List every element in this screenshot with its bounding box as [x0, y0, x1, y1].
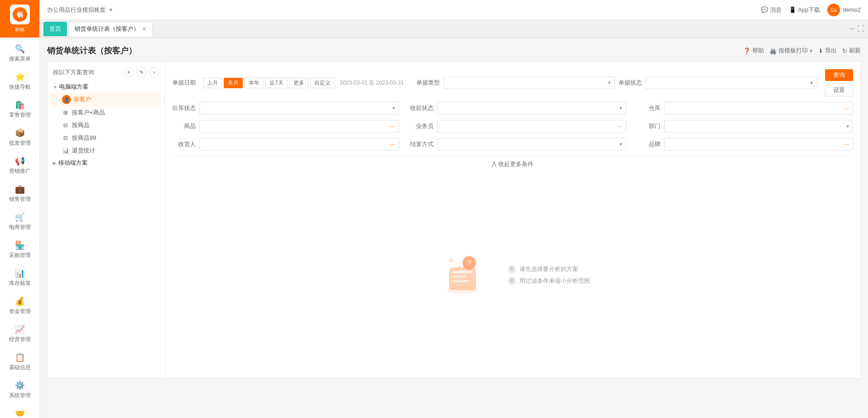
warehouse-select[interactable]: ···	[664, 102, 853, 114]
scheme-group-desktop-header[interactable]: ▼ 电脑端方案	[51, 81, 161, 93]
sidebar-item-search-menu[interactable]: 🔍 搜索菜单	[0, 39, 39, 67]
username: demo2	[843, 6, 861, 13]
sidebar-item-quick-nav[interactable]: ⭐ 快捷导航	[0, 67, 39, 95]
scheme-item-by-goods[interactable]: ⊟ 按商品	[51, 119, 161, 132]
receiver-select[interactable]: ···	[199, 138, 399, 151]
brand-select[interactable]: ···	[664, 138, 853, 151]
industry-dropdown-icon[interactable]: ▾	[109, 6, 113, 13]
sidebar-item-label: 库存核算	[9, 280, 31, 287]
scheme-item-return-stat[interactable]: 📊 退货统计	[51, 144, 161, 157]
date-btn-last-month[interactable]: 上月	[203, 78, 222, 88]
refresh-label: 刷新	[849, 47, 861, 55]
out-status-select[interactable]: ▾	[199, 102, 399, 114]
sidebar-item-label: 经营管理	[9, 336, 31, 343]
empty-hint-2: ② 用过滤条件来缩小分析范围	[508, 277, 590, 285]
salesman-select[interactable]: ···	[437, 120, 626, 133]
finance-icon: 💰	[15, 296, 25, 306]
sidebar-item-ecommerce[interactable]: 🛒 电商管理	[0, 208, 39, 236]
filter-and-results: 单据日期 上月 本月 本年 近7天 更多 自定义 2023-03-01 至 20…	[165, 62, 860, 378]
message-icon: 💬	[761, 6, 768, 13]
app-download-btn[interactable]: 📱 App下载	[789, 6, 820, 14]
date-label: 单据日期	[172, 79, 199, 87]
scheme-item-by-customer-goods[interactable]: ⊞ 按客户+商品	[51, 106, 161, 119]
window-maximize-icon[interactable]: ⛶	[857, 25, 864, 33]
doc-type-select[interactable]: ▾	[443, 76, 615, 89]
date-btn-7days[interactable]: 近7天	[265, 78, 288, 88]
department-label: 部门	[637, 122, 664, 130]
tab-close-icon[interactable]: ✕	[142, 26, 146, 32]
export-label: 导出	[825, 47, 837, 55]
brand-label: 品牌	[637, 140, 664, 148]
scheme-group-desktop: ▼ 电脑端方案 👤 按客户 ⊞ 按客户+商品 ⊟	[47, 81, 165, 157]
sidebar-item-marketing[interactable]: 📢 营销推广	[0, 152, 39, 180]
date-btn-custom[interactable]: 自定义	[310, 78, 335, 88]
sidebar-item-label: 营销推广	[9, 167, 31, 175]
logo-text: 标账	[15, 26, 25, 33]
sidebar-item-purchase[interactable]: 🏪 采购管理	[0, 236, 39, 264]
payment-cell: 结算方式 ▾	[399, 138, 626, 151]
refresh-icon: ↻	[842, 48, 847, 54]
payment-select[interactable]: ▾	[437, 138, 626, 151]
help-label: 帮助	[752, 47, 764, 55]
date-btn-this-month[interactable]: 本月	[224, 78, 243, 88]
scheme-group-mobile-arrow-icon: ▶	[53, 161, 57, 166]
brand-dots[interactable]: ···	[844, 141, 849, 148]
sidebar-item-enterprise[interactable]: 🤝 企业协同	[0, 404, 39, 418]
scheme-edit-btn[interactable]: ✎	[137, 67, 146, 77]
goods-dots[interactable]: ···	[390, 123, 395, 130]
sidebar-item-wholesale[interactable]: 📦 批发管理	[0, 124, 39, 152]
message-btn[interactable]: 💬 消息	[761, 6, 782, 14]
main-panel: 按以下方案查询 + ✎ « ▼ 电脑端方案	[47, 62, 861, 378]
collapse-more-btn[interactable]: ⋀ 收起更多条件	[172, 156, 853, 172]
department-select[interactable]: ▾	[664, 120, 853, 133]
refresh-btn[interactable]: ↻ 刷新	[842, 47, 861, 55]
scheme-item-by-customer[interactable]: 👤 按客户	[51, 93, 161, 106]
doc-status-select[interactable]: ▾	[646, 76, 817, 89]
sidebar-item-retail[interactable]: 🛍️ 零售管理	[0, 95, 39, 124]
system-icon: ⚙️	[15, 380, 25, 390]
sidebar-item-sales[interactable]: 💼 销售管理	[0, 180, 39, 208]
tab-home-label: 首页	[49, 25, 61, 33]
svg-point-9	[449, 258, 453, 263]
receiver-dots[interactable]: ···	[390, 141, 395, 148]
warehouse-dots[interactable]: ···	[844, 104, 849, 112]
sidebar-item-basic-info[interactable]: 📋 基础信息	[0, 348, 39, 376]
receipt-status-select[interactable]: ▾	[437, 102, 626, 114]
goods-select[interactable]: ···	[199, 120, 399, 133]
salesman-dots[interactable]: ···	[617, 123, 622, 130]
scheme-item-by-goods-99[interactable]: ⊟ 按商品99	[51, 132, 161, 144]
filter-row-3: 商品 ··· 业务员 ···	[172, 120, 853, 133]
help-btn[interactable]: ❓ 帮助	[743, 47, 764, 55]
out-status-label: 出库状态	[172, 104, 199, 112]
svg-point-10	[472, 270, 476, 274]
sidebar-nav: 🔍 搜索菜单 ⭐ 快捷导航 🛍️ 零售管理 📦 批发管理 📢 营销推广 💼 销售…	[0, 38, 39, 418]
query-btn[interactable]: 查询	[825, 69, 853, 81]
query-action-buttons: 查询 设置	[825, 69, 853, 96]
empty-state: ? ① 请先选择要分析的方案	[165, 172, 860, 378]
department-cell: 部门 ▾	[626, 120, 853, 133]
sidebar-item-label: 快捷导航	[9, 83, 31, 91]
tab-sales-stat[interactable]: 销货单统计表（按客户） ✕	[69, 22, 152, 36]
date-btn-more[interactable]: 更多	[289, 78, 308, 88]
sidebar-item-operations[interactable]: 📈 经营管理	[0, 320, 39, 348]
print-btn[interactable]: 🖨️ 按模板打印 ▾	[769, 47, 813, 55]
settings-btn[interactable]: 设置	[825, 84, 853, 96]
scheme-panel: 按以下方案查询 + ✎ « ▼ 电脑端方案	[47, 62, 165, 378]
sidebar-item-system[interactable]: ⚙️ 系统管理	[0, 376, 39, 404]
date-btn-this-year[interactable]: 本年	[245, 78, 264, 88]
scheme-collapse-btn[interactable]: «	[149, 67, 159, 77]
export-btn[interactable]: ⬇ 导出	[818, 47, 837, 55]
filter-row-4: 收货人 ··· 结算方式 ▾	[172, 138, 853, 151]
scheme-group-mobile-header[interactable]: ▶ 移动端方案	[51, 157, 161, 169]
sidebar: 畅 标账 🔍 搜索菜单 ⭐ 快捷导航 🛍️ 零售管理 📦 批发管理 📢 营销推广…	[0, 0, 40, 418]
svg-text:畅: 畅	[17, 11, 23, 18]
doc-status-area: 单据状态 ▾	[618, 76, 817, 89]
user-menu[interactable]: Ea demo2	[827, 4, 861, 16]
doc-status-label: 单据状态	[618, 79, 646, 87]
sidebar-item-inventory[interactable]: 📊 库存核算	[0, 264, 39, 292]
window-minimize-icon[interactable]: −	[849, 25, 854, 33]
scheme-add-btn[interactable]: +	[124, 67, 134, 77]
sidebar-item-finance[interactable]: 💰 资金管理	[0, 292, 39, 320]
hint-2-num: ②	[508, 277, 516, 285]
tab-home[interactable]: 首页	[43, 22, 67, 36]
